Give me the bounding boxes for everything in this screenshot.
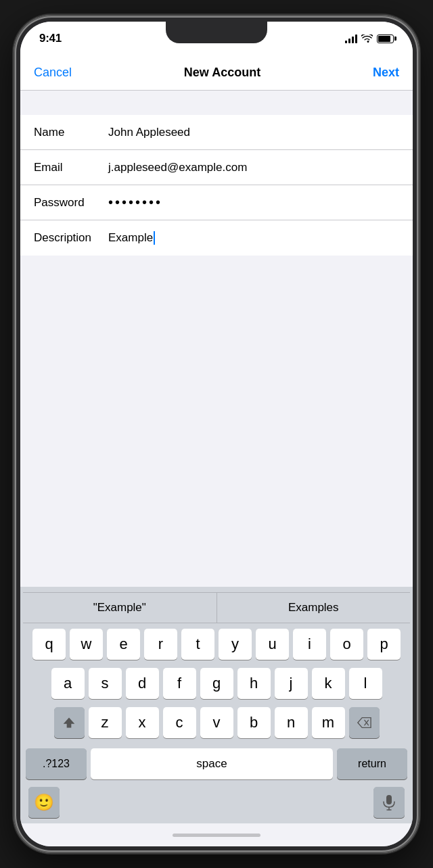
key-c[interactable]: c	[163, 707, 196, 738]
key-k[interactable]: k	[312, 668, 345, 699]
key-d[interactable]: d	[126, 668, 159, 699]
numbers-key[interactable]: .?123	[26, 748, 87, 779]
next-button[interactable]: Next	[373, 66, 399, 80]
keyboard-row-2: a s d f g h j k l	[23, 668, 410, 699]
keyboard-row-1: q w e r t y u i o p	[23, 629, 410, 660]
key-z[interactable]: z	[89, 707, 122, 738]
status-time: 9:41	[39, 32, 62, 45]
autocomplete-item-0[interactable]: "Example"	[23, 593, 216, 623]
description-row: Description Example	[20, 220, 413, 256]
notch	[166, 22, 267, 43]
microphone-icon	[383, 794, 395, 811]
nav-bar: Cancel New Account Next	[20, 55, 413, 91]
delete-icon	[357, 717, 371, 729]
wifi-icon	[361, 34, 373, 43]
key-y[interactable]: y	[219, 629, 252, 660]
name-label: Name	[34, 126, 108, 139]
shift-key[interactable]	[54, 707, 85, 738]
key-a[interactable]: a	[51, 668, 85, 699]
content-area	[20, 256, 413, 587]
password-row: Password ••••••••	[20, 185, 413, 220]
email-label: Email	[34, 161, 108, 174]
key-m[interactable]: m	[312, 707, 345, 738]
key-u[interactable]: u	[256, 629, 289, 660]
status-bar: 9:41	[20, 22, 413, 55]
key-n[interactable]: n	[275, 707, 308, 738]
key-s[interactable]: s	[89, 668, 122, 699]
home-indicator	[20, 823, 413, 846]
microphone-key[interactable]	[373, 787, 405, 818]
function-key-row: 🙂	[23, 781, 410, 821]
key-i[interactable]: i	[293, 629, 326, 660]
battery-icon	[377, 34, 394, 43]
email-value[interactable]: j.appleseed@example.com	[108, 161, 399, 174]
key-w[interactable]: w	[70, 629, 103, 660]
name-value[interactable]: John Appleseed	[108, 126, 399, 139]
nav-title: New Account	[184, 66, 260, 80]
description-value[interactable]: Example	[108, 231, 399, 245]
key-r[interactable]: r	[144, 629, 177, 660]
key-h[interactable]: h	[237, 668, 271, 699]
delete-key[interactable]	[349, 707, 380, 738]
password-label: Password	[34, 196, 108, 210]
key-l[interactable]: l	[349, 668, 382, 699]
key-v[interactable]: v	[200, 707, 233, 738]
status-icons	[345, 34, 394, 43]
autocomplete-item-1[interactable]: Examples	[216, 593, 411, 623]
space-key[interactable]: space	[91, 748, 333, 779]
return-key[interactable]: return	[337, 748, 407, 779]
key-j[interactable]: j	[275, 668, 308, 699]
key-x[interactable]: x	[126, 707, 159, 738]
key-f[interactable]: f	[163, 668, 196, 699]
form-section: Name John Appleseed Email j.appleseed@ex…	[20, 115, 413, 256]
cancel-button[interactable]: Cancel	[34, 66, 72, 80]
password-value[interactable]: ••••••••	[108, 195, 399, 210]
keyboard: "Example" Examples q w e r t y u i o p	[20, 587, 413, 823]
key-p[interactable]: p	[367, 629, 401, 660]
keyboard-row-3: z x c v b n m	[23, 707, 410, 738]
description-label: Description	[34, 231, 108, 245]
top-separator	[20, 91, 413, 115]
key-g[interactable]: g	[200, 668, 233, 699]
key-q[interactable]: q	[32, 629, 66, 660]
key-t[interactable]: t	[181, 629, 214, 660]
home-indicator-bar	[173, 834, 260, 837]
shift-icon	[62, 716, 76, 729]
key-o[interactable]: o	[330, 629, 363, 660]
svg-rect-2	[386, 795, 392, 804]
emoji-key[interactable]: 🙂	[28, 787, 60, 818]
key-b[interactable]: b	[237, 707, 271, 738]
signal-bars-icon	[345, 34, 357, 43]
key-e[interactable]: e	[107, 629, 140, 660]
keyboard-bottom-row: .?123 space return	[23, 746, 410, 781]
autocomplete-bar: "Example" Examples	[23, 592, 410, 623]
phone-frame: 9:41 Cancel	[14, 15, 419, 853]
email-row: Email j.appleseed@example.com	[20, 150, 413, 185]
screen: 9:41 Cancel	[20, 22, 413, 846]
name-row: Name John Appleseed	[20, 115, 413, 150]
